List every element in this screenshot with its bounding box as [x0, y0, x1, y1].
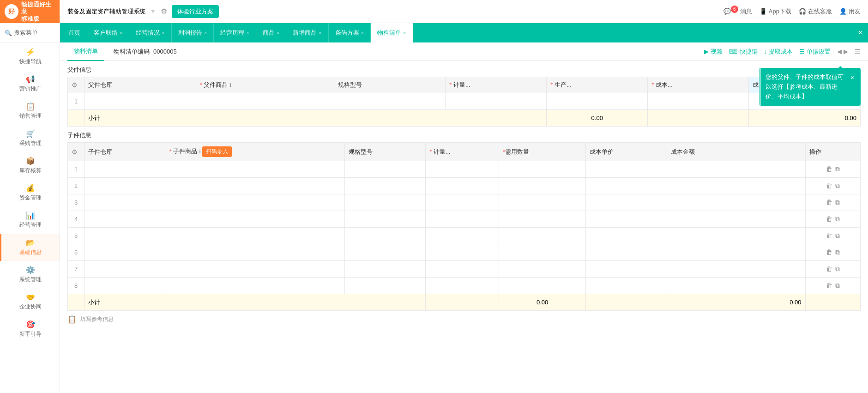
search-menu-btn[interactable]: 🔍 搜索菜单 — [5, 27, 55, 39]
copy-icon-7[interactable]: ⧉ — [835, 265, 840, 273]
child-warehouse-7[interactable] — [84, 261, 165, 278]
parent-cost-cell[interactable] — [648, 93, 749, 110]
copy-icon-5[interactable]: ⧉ — [835, 232, 840, 240]
online-service-btn[interactable]: 🎧 在线客服 — [799, 7, 832, 16]
child-cost-amount-7[interactable] — [667, 261, 805, 278]
child-spec-5[interactable] — [344, 228, 425, 244]
child-unit-cost-2[interactable] — [586, 178, 667, 194]
child-unit-2[interactable] — [426, 178, 499, 194]
tooltip-close-btn[interactable]: × — [850, 73, 854, 83]
child-warehouse-8[interactable] — [84, 278, 165, 294]
app-download-btn[interactable]: 📱 App下载 — [760, 7, 791, 16]
copy-icon-3[interactable]: ⧉ — [835, 199, 840, 206]
parent-produce-cell[interactable] — [547, 93, 648, 110]
close-tab-goods[interactable]: × — [277, 30, 279, 36]
prev-arrow[interactable]: ◀ — [837, 48, 842, 55]
child-unit-6[interactable] — [426, 244, 499, 261]
child-qty-2[interactable] — [499, 178, 586, 194]
child-cost-amount-4[interactable] — [667, 211, 805, 228]
view-btn[interactable]: ▶ 视频 — [704, 48, 723, 56]
child-goods-5[interactable] — [165, 228, 345, 244]
child-cost-amount-8[interactable] — [667, 278, 805, 294]
child-warehouse-6[interactable] — [84, 244, 165, 261]
sidebar-item-marketing[interactable]: 📢 营销推广 — [0, 70, 60, 97]
child-unit-7[interactable] — [426, 261, 499, 278]
copy-icon-6[interactable]: ⧉ — [835, 248, 840, 256]
close-all-tabs[interactable]: × — [855, 29, 866, 37]
sidebar-item-enterprise[interactable]: 🤝 企业协同 — [0, 288, 60, 315]
tab-new-goods[interactable]: 新增商品 × — [286, 23, 328, 42]
child-goods-help-icon[interactable]: ℹ — [199, 149, 201, 154]
sidebar-item-quick-nav[interactable]: ⚡ 快捷导航 — [0, 43, 60, 70]
sidebar-item-inventory[interactable]: 📦 库存核算 — [0, 152, 60, 179]
parent-goods-help-icon[interactable]: ℹ — [229, 82, 231, 88]
child-unit-8[interactable] — [426, 278, 499, 294]
child-spec-2[interactable] — [344, 178, 425, 194]
child-spec-7[interactable] — [344, 261, 425, 278]
copy-icon-2[interactable]: ⧉ — [835, 182, 840, 190]
sidebar-item-purchase[interactable]: 🛒 采购管理 — [0, 125, 60, 152]
close-tab-history[interactable]: × — [246, 30, 249, 36]
child-unit-cost-4[interactable] — [586, 211, 667, 228]
sidebar-item-finance[interactable]: 💰 资金管理 — [0, 179, 60, 206]
child-qty-1[interactable] — [499, 161, 586, 178]
child-spec-3[interactable] — [344, 194, 425, 211]
child-qty-5[interactable] — [499, 228, 586, 244]
child-qty-4[interactable] — [499, 211, 586, 228]
tab-history[interactable]: 经营历程 × — [214, 23, 256, 42]
delete-icon-4[interactable]: 🗑 — [826, 215, 832, 223]
tab-operations[interactable]: 经营情况 × — [129, 23, 171, 42]
next-arrow[interactable]: ▶ — [844, 48, 848, 55]
child-unit-cost-6[interactable] — [586, 244, 667, 261]
tab-home[interactable]: 首页 — [62, 23, 87, 42]
sidebar-item-system[interactable]: ⚙️ 系统管理 — [0, 261, 60, 288]
parent-unit-cell[interactable] — [446, 93, 547, 110]
parent-goods-cell[interactable] — [196, 93, 334, 110]
tab-goods[interactable]: 商品 × — [256, 23, 286, 42]
delete-icon-3[interactable]: 🗑 — [826, 199, 832, 206]
child-qty-8[interactable] — [499, 278, 586, 294]
sidebar-search[interactable]: 🔍 搜索菜单 — [0, 23, 60, 43]
child-spec-4[interactable] — [344, 211, 425, 228]
child-unit-5[interactable] — [426, 228, 499, 244]
child-goods-8[interactable] — [165, 278, 345, 294]
copy-icon-4[interactable]: ⧉ — [835, 215, 840, 223]
child-gear-icon[interactable]: ⚙ — [72, 148, 78, 156]
close-tab-customer[interactable]: × — [120, 30, 122, 36]
tab-barcode[interactable]: 条码方案 × — [329, 23, 371, 42]
child-unit-cost-3[interactable] — [586, 194, 667, 211]
delete-icon-1[interactable]: 🗑 — [826, 165, 832, 173]
child-warehouse-2[interactable] — [84, 178, 165, 194]
close-tab-new-goods[interactable]: × — [319, 30, 321, 36]
scan-btn[interactable]: 扫码录入 — [202, 146, 232, 157]
sidebar-item-sales[interactable]: 📋 销售管理 — [0, 97, 60, 125]
close-tab-profit[interactable]: × — [204, 30, 207, 36]
child-unit-cost-5[interactable] — [586, 228, 667, 244]
sub-tab-bom[interactable]: 物料清单 — [67, 42, 104, 61]
child-goods-3[interactable] — [165, 194, 345, 211]
sidebar-item-basic-info[interactable]: 📂 基础信息 — [0, 234, 60, 261]
child-cost-amount-3[interactable] — [667, 194, 805, 211]
child-spec-6[interactable] — [344, 244, 425, 261]
close-tab-barcode[interactable]: × — [361, 30, 364, 36]
child-qty-6[interactable] — [499, 244, 586, 261]
tab-customer[interactable]: 客户联络 × — [87, 23, 129, 42]
close-tab-bom[interactable]: × — [403, 30, 406, 36]
gear-icon[interactable]: ⚙ — [161, 7, 167, 16]
child-warehouse-1[interactable] — [84, 161, 165, 178]
extract-cost-btn[interactable]: ↓ 提取成本 — [764, 48, 793, 56]
child-unit-4[interactable] — [426, 211, 499, 228]
child-cost-amount-6[interactable] — [667, 244, 805, 261]
child-cost-amount-5[interactable] — [667, 228, 805, 244]
child-unit-3[interactable] — [426, 194, 499, 211]
child-warehouse-3[interactable] — [84, 194, 165, 211]
tab-bom[interactable]: 物料清单 × — [371, 23, 413, 42]
sidebar-item-management[interactable]: 📊 经营管理 — [0, 206, 60, 234]
child-unit-cost-7[interactable] — [586, 261, 667, 278]
child-cost-amount-1[interactable] — [667, 161, 805, 178]
shortcut-btn[interactable]: ⌨ 快捷键 — [729, 48, 758, 56]
close-tab-operations[interactable]: × — [162, 30, 164, 36]
copy-icon-1[interactable]: ⧉ — [835, 165, 840, 173]
delete-icon-6[interactable]: 🗑 — [826, 248, 832, 256]
parent-gear-icon[interactable]: ⚙ — [72, 81, 78, 89]
